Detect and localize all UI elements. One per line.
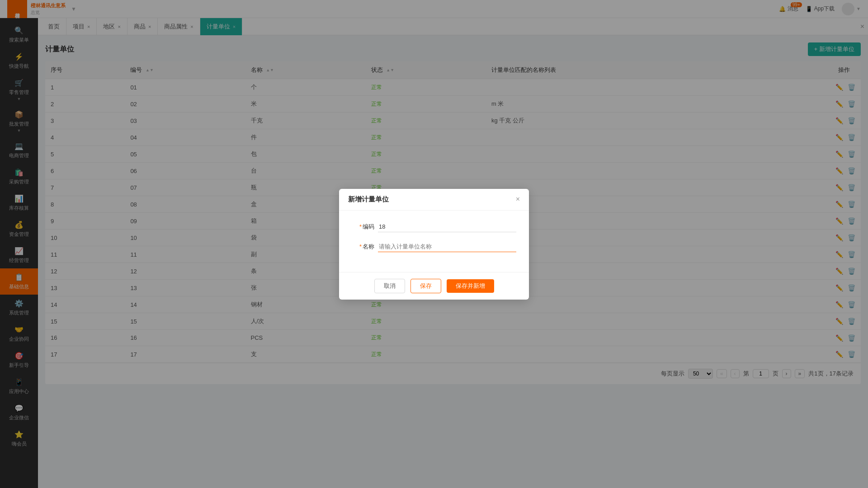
modal-close-btn[interactable]: × <box>516 195 520 203</box>
modal-overlay[interactable]: 新增计量单位 × *编码 *名称 取消 保存 保存并新增 <box>0 0 868 488</box>
modal-footer: 取消 保存 保存并新增 <box>339 272 529 300</box>
form-row-code: *编码 <box>352 221 516 232</box>
add-unit-modal: 新增计量单位 × *编码 *名称 取消 保存 保存并新增 <box>339 189 529 300</box>
name-label: *名称 <box>352 243 374 251</box>
form-row-name: *名称 <box>352 241 516 252</box>
code-required-mark: * <box>359 223 362 230</box>
name-required-mark: * <box>359 243 362 250</box>
code-label: *编码 <box>352 223 374 231</box>
name-input[interactable] <box>378 241 516 252</box>
code-input[interactable] <box>378 221 516 232</box>
modal-header: 新增计量单位 × <box>339 189 529 211</box>
modal-title: 新增计量单位 <box>348 195 389 204</box>
modal-body: *编码 *名称 <box>339 211 529 272</box>
cancel-button[interactable]: 取消 <box>374 279 405 293</box>
save-button[interactable]: 保存 <box>410 279 441 293</box>
save-new-button[interactable]: 保存并新增 <box>447 279 494 293</box>
